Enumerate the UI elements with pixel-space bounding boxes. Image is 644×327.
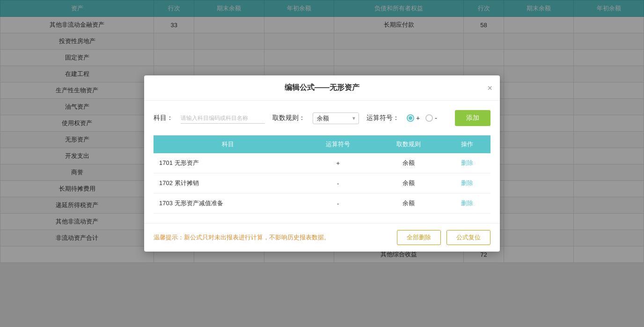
modal-header: 编辑公式——无形资产 × (144, 75, 500, 101)
rule-select[interactable]: 余额借方贷方借方发生额贷方发生额 (313, 112, 359, 124)
footer-buttons: 全部删除 公式复位 (397, 230, 490, 245)
table-cell-subject: 1702 累计摊销 (154, 173, 303, 193)
table-cell-action: 删除 (444, 153, 490, 173)
modal-close-button[interactable]: × (487, 84, 492, 92)
rule-select-wrapper: 余额借方贷方借方发生额贷方发生额 ▼ (313, 112, 359, 124)
table-header-cell: 运算符号 (303, 135, 373, 153)
table-cell-action: 删除 (444, 193, 490, 214)
table-row: 1702 累计摊销-余额删除 (154, 173, 490, 193)
operator-radio-group: +- (407, 114, 437, 122)
modal-title: 编辑公式——无形资产 (285, 83, 359, 91)
modal-body: 科目： 取数规则： 余额借方贷方借方发生额贷方发生额 ▼ 运算符号： +- 添加… (144, 101, 500, 223)
table-cell-rule: 余额 (373, 173, 444, 193)
table-row: 1703 无形资产减值准备-余额删除 (154, 193, 490, 214)
table-cell-rule: 余额 (373, 153, 444, 173)
table-row: 1701 无形资产+余额删除 (154, 153, 490, 173)
radio-label: + (416, 114, 420, 122)
delete-row-button[interactable]: 删除 (461, 159, 473, 167)
footer-hint: 温馨提示：新公式只对未出报表进行计算，不影响历史报表数据。 (154, 233, 330, 242)
add-button[interactable]: 添加 (455, 110, 490, 126)
radio-unchecked-icon (425, 114, 433, 122)
table-cell-operator: - (303, 173, 373, 193)
modal-footer: 温馨提示：新公式只对未出报表进行计算，不影响历史报表数据。 全部删除 公式复位 (144, 223, 500, 252)
formula-table: 科目运算符号取数规则操作 1701 无形资产+余额删除1702 累计摊销-余额删… (154, 135, 490, 214)
operator-label: 运算符号： (366, 114, 399, 122)
radio-checked-icon (407, 114, 414, 122)
subject-label: 科目： (154, 114, 173, 122)
delete-row-button[interactable]: 删除 (461, 179, 473, 187)
delete-all-button[interactable]: 全部删除 (397, 230, 441, 245)
table-cell-rule: 余额 (373, 193, 444, 214)
rule-label: 取数规则： (272, 114, 305, 122)
table-cell-action: 删除 (444, 173, 490, 193)
table-cell-operator: - (303, 193, 373, 214)
operator-radio-item[interactable]: + (407, 114, 420, 122)
table-header-cell: 取数规则 (373, 135, 444, 153)
reset-formula-button[interactable]: 公式复位 (446, 230, 490, 245)
radio-label: - (435, 114, 437, 122)
table-header-cell: 操作 (444, 135, 490, 153)
table-cell-subject: 1701 无形资产 (154, 153, 303, 173)
table-cell-operator: + (303, 153, 373, 173)
form-row: 科目： 取数规则： 余额借方贷方借方发生额贷方发生额 ▼ 运算符号： +- 添加 (154, 110, 490, 126)
delete-row-button[interactable]: 删除 (461, 199, 473, 208)
subject-input[interactable] (181, 112, 265, 124)
modal-overlay: 编辑公式——无形资产 × 科目： 取数规则： 余额借方贷方借方发生额贷方发生额 … (0, 0, 644, 327)
table-cell-subject: 1703 无形资产减值准备 (154, 193, 303, 214)
table-header-cell: 科目 (154, 135, 303, 153)
modal-dialog: 编辑公式——无形资产 × 科目： 取数规则： 余额借方贷方借方发生额贷方发生额 … (144, 75, 500, 252)
operator-radio-item[interactable]: - (425, 114, 437, 122)
